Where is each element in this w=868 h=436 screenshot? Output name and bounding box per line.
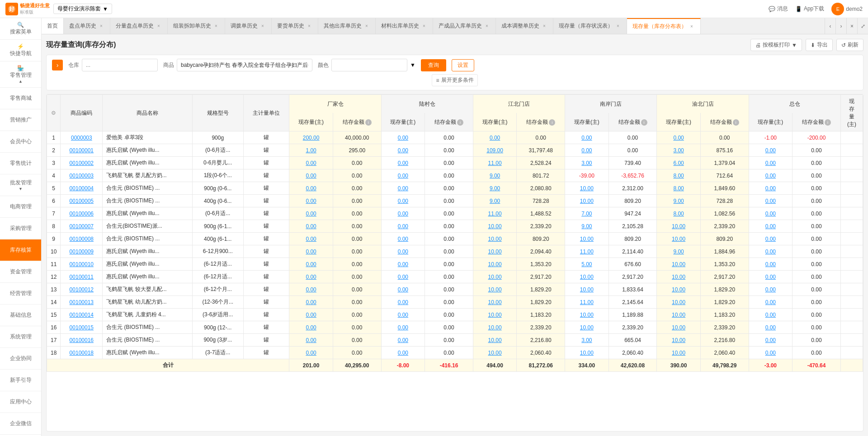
qty-link[interactable]: 10.00 xyxy=(672,299,685,305)
qty-link[interactable]: 0.00 xyxy=(398,324,408,331)
qty-link[interactable]: 3.00 xyxy=(673,147,684,154)
info-icon[interactable]: i xyxy=(825,119,831,126)
qty-link[interactable]: 7.00 xyxy=(581,211,592,217)
sidebar-item-member[interactable]: 会员中心 xyxy=(0,131,41,153)
color-input[interactable] xyxy=(331,59,407,71)
qty-link[interactable]: 10.00 xyxy=(488,274,502,280)
qty-link[interactable]: 0.00 xyxy=(398,312,408,318)
code-link[interactable]: 00100010 xyxy=(70,261,94,267)
sidebar-item-basic-info[interactable]: 基础信息 xyxy=(0,305,41,326)
qty-link[interactable]: 0.00 xyxy=(306,286,316,293)
info-icon[interactable]: i xyxy=(457,119,463,126)
qty-link[interactable]: 10.00 xyxy=(488,236,502,242)
qty-link[interactable]: 0.00 xyxy=(581,147,592,154)
code-link[interactable]: 00100006 xyxy=(70,211,94,217)
qty-link[interactable]: 0.00 xyxy=(306,324,316,331)
tab-close-icon[interactable]: × xyxy=(615,23,621,29)
tab-item-9[interactable]: 现存量（库存状况表） × xyxy=(553,18,627,34)
qty-link[interactable]: 10.00 xyxy=(672,350,685,356)
qty-link[interactable]: 0.00 xyxy=(765,299,776,305)
qty-link[interactable]: 10.00 xyxy=(488,248,502,255)
tab-close-icon[interactable]: × xyxy=(484,23,490,29)
qty-link[interactable]: 10.00 xyxy=(672,324,685,331)
tab-item-10[interactable]: 现存量（库存分布表） × xyxy=(627,18,701,34)
tab-item-0[interactable]: 盘点单历史 × xyxy=(64,18,110,34)
code-link[interactable]: 00100016 xyxy=(70,337,94,343)
code-link[interactable]: 00100004 xyxy=(70,185,94,192)
qty-link[interactable]: 0.00 xyxy=(581,135,592,141)
qty-link[interactable]: 0.00 xyxy=(306,261,316,267)
sidebar-item-ops[interactable]: 经营管理 xyxy=(0,283,41,305)
setting-btn[interactable]: 设置 xyxy=(452,59,474,71)
qty-link[interactable]: 10.00 xyxy=(672,236,685,242)
qty-link[interactable]: 0.00 xyxy=(398,337,408,343)
tab-close-icon[interactable]: × xyxy=(156,23,162,29)
tab-item-1[interactable]: 分量盘点单历史 × xyxy=(110,18,168,34)
qty-link[interactable]: 0.00 xyxy=(398,185,408,192)
tab-close-icon[interactable]: × xyxy=(259,23,266,29)
qty-link[interactable]: 0.00 xyxy=(398,211,408,217)
qty-link[interactable]: 0.00 xyxy=(765,185,776,192)
qty-link[interactable]: 0.00 xyxy=(398,223,408,230)
qty-link[interactable]: 0.00 xyxy=(490,135,500,141)
sidebar-item-guide[interactable]: 新手引导 xyxy=(0,370,41,391)
tab-close-icon[interactable]: × xyxy=(213,23,219,29)
qty-link[interactable]: 10.00 xyxy=(488,312,502,318)
code-link[interactable]: 00100002 xyxy=(70,160,94,166)
qty-link[interactable]: 11.00 xyxy=(488,211,502,217)
tab-item-8[interactable]: 成本调整单历史 × xyxy=(496,18,553,34)
qty-link[interactable]: 0.00 xyxy=(398,274,408,280)
code-link[interactable]: 00100005 xyxy=(70,198,94,204)
qty-link[interactable]: 10.00 xyxy=(580,198,594,204)
sidebar-item-ecom[interactable]: 电商管理 xyxy=(0,196,41,218)
goods-input[interactable] xyxy=(177,59,312,71)
qty-link[interactable]: 0.00 xyxy=(398,198,408,204)
code-link[interactable]: 00100018 xyxy=(70,350,94,356)
tab-fullscreen-btn[interactable]: ⤢ xyxy=(857,18,868,34)
qty-link[interactable]: 10.00 xyxy=(580,324,594,331)
qty-link[interactable]: 0.00 xyxy=(306,312,316,318)
app-download-btn[interactable]: 📱 App下载 xyxy=(795,5,824,13)
qty-link[interactable]: 1.00 xyxy=(306,147,316,154)
qty-link[interactable]: 0.00 xyxy=(306,211,316,217)
company-selector[interactable]: 母婴行业演示陈套 ▼ xyxy=(53,4,112,14)
qty-link[interactable]: 0.00 xyxy=(398,286,408,293)
qty-link[interactable]: 10.00 xyxy=(672,274,685,280)
info-icon[interactable]: i xyxy=(365,119,372,126)
qty-link[interactable]: 200.00 xyxy=(303,135,320,141)
sidebar-item-search[interactable]: 🔍 搜索英单 xyxy=(0,18,41,40)
tab-close-icon[interactable]: × xyxy=(541,23,547,29)
qty-link[interactable]: 0.00 xyxy=(398,299,408,305)
qty-link[interactable]: 0.00 xyxy=(398,135,408,141)
qty-link[interactable]: 10.00 xyxy=(488,261,502,267)
qty-link[interactable]: 9.00 xyxy=(581,223,592,230)
tab-item-5[interactable]: 其他出库单历史 × xyxy=(318,18,376,34)
qty-link[interactable]: 10.00 xyxy=(672,312,685,318)
qty-link[interactable]: 8.00 xyxy=(673,185,684,192)
code-link[interactable]: 00100009 xyxy=(70,248,94,255)
qty-link[interactable]: 10.00 xyxy=(672,261,685,267)
qty-link[interactable]: 0.00 xyxy=(398,160,408,166)
qty-link[interactable]: 0.00 xyxy=(765,350,776,356)
qty-link[interactable]: 9.00 xyxy=(673,248,684,255)
user-area[interactable]: E demo2 xyxy=(831,3,863,15)
code-link[interactable]: 0000003 xyxy=(71,135,92,141)
qty-link[interactable]: 10.00 xyxy=(488,324,502,331)
tab-close-all-btn[interactable]: × xyxy=(846,18,857,34)
print-btn[interactable]: 🖨 按模板打印 ▼ xyxy=(750,39,802,51)
code-link[interactable]: 00100015 xyxy=(70,324,94,331)
qty-link[interactable]: 10.00 xyxy=(672,337,685,343)
code-link[interactable]: 00100014 xyxy=(70,312,94,318)
qty-link[interactable]: 10.00 xyxy=(580,350,594,356)
tab-item-7[interactable]: 产成品入库单历史 × xyxy=(433,18,496,34)
warehouse-input[interactable] xyxy=(82,59,158,71)
qty-link[interactable]: 11.00 xyxy=(580,248,594,255)
qty-link[interactable]: 0.00 xyxy=(673,135,684,141)
sidebar-item-system[interactable]: 系统管理 xyxy=(0,326,41,348)
qty-link[interactable]: -1.00 xyxy=(764,135,777,141)
qty-link[interactable]: 0.00 xyxy=(765,211,776,217)
sidebar-item-purchase[interactable]: 采购管理 xyxy=(0,218,41,239)
qty-link[interactable]: 9.00 xyxy=(490,173,500,179)
qty-link[interactable]: 0.00 xyxy=(765,173,776,179)
qty-link[interactable]: 11.00 xyxy=(488,160,502,166)
